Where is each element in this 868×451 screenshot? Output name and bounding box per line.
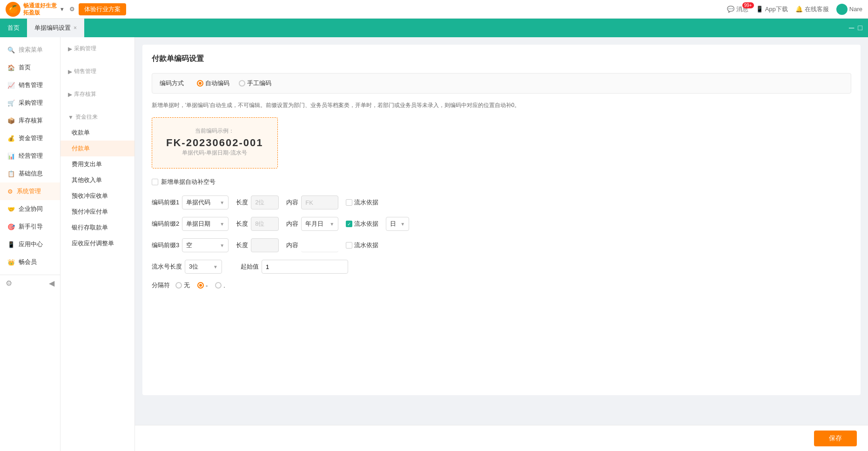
online-service[interactable]: 🔔 在线客服 bbox=[795, 5, 829, 13]
topbar-nav: ▾ ⚙ bbox=[61, 6, 75, 13]
trial-button[interactable]: 体验行业方案 bbox=[79, 3, 126, 15]
prefix1-stream-label: 流水依据 bbox=[354, 198, 378, 207]
auto-encoding-option[interactable]: 自动编码 bbox=[197, 79, 229, 88]
app-download[interactable]: 📱 App下载 bbox=[756, 5, 788, 13]
sales-arrow-icon: ▶ bbox=[68, 68, 72, 75]
separator-dash-radio[interactable] bbox=[197, 282, 204, 289]
sub-group-sales-title[interactable]: ▶ 销售管理 bbox=[61, 64, 135, 79]
sub-group-finance-title[interactable]: ▼ 资金往来 bbox=[61, 109, 135, 125]
sidebar-item-purchase[interactable]: 🛒 采购管理 bbox=[0, 94, 60, 112]
sidebar-item-cooperation[interactable]: 🤝 企业协同 bbox=[0, 200, 60, 218]
separator-none-radio[interactable] bbox=[175, 282, 182, 289]
separator-dot-radio[interactable] bbox=[215, 282, 222, 289]
message-icon: 💬 bbox=[727, 6, 734, 13]
maximize-button[interactable]: □ bbox=[858, 24, 862, 32]
minimize-button[interactable]: ─ bbox=[849, 24, 854, 32]
sub-item-other-income[interactable]: 其他收入单 bbox=[61, 172, 135, 188]
purchase-group-label: 采购管理 bbox=[74, 45, 96, 53]
sidebar-item-search[interactable]: 🔍 搜索菜单 bbox=[0, 41, 60, 59]
message-area[interactable]: 💬 消息 99+ bbox=[727, 5, 748, 13]
prefix2-stream-checkbox[interactable]: ✓ bbox=[346, 221, 352, 227]
sidebar-cooperation-label: 企业协同 bbox=[19, 205, 43, 213]
prefix3-length-input bbox=[251, 238, 279, 252]
sub-group-purchase-title[interactable]: ▶ 采购管理 bbox=[61, 41, 135, 56]
sidebar-item-app[interactable]: 📱 应用中心 bbox=[0, 236, 60, 253]
sub-group-inventory-title[interactable]: ▶ 库存核算 bbox=[61, 87, 135, 102]
tab-encoding-label: 单据编码设置 bbox=[34, 24, 71, 32]
sub-item-ar-ap-adjust[interactable]: 应收应付调整单 bbox=[61, 236, 135, 251]
nav-expand-icon[interactable]: ▾ bbox=[61, 6, 64, 13]
user-info[interactable]: Nare bbox=[836, 4, 862, 15]
prefix2-content-select[interactable]: 年月日 ▼ bbox=[301, 217, 338, 231]
sidebar-sales-label: 销售管理 bbox=[19, 81, 43, 89]
manual-encoding-option[interactable]: 手工编码 bbox=[239, 79, 271, 88]
prefix2-stream-area: ✓ 流水依据 bbox=[346, 220, 378, 228]
save-button[interactable]: 保存 bbox=[814, 431, 857, 446]
separator-none-option[interactable]: 无 bbox=[175, 281, 190, 289]
sidebar-settings-icon[interactable]: ⚙ bbox=[6, 279, 12, 288]
sidebar-item-sales[interactable]: 📈 销售管理 bbox=[0, 76, 60, 94]
sub-group-inventory: ▶ 库存核算 bbox=[61, 83, 135, 106]
sidebar-item-home[interactable]: 🏠 首页 bbox=[0, 59, 60, 76]
separator-dot-option[interactable]: . bbox=[215, 282, 225, 289]
auto-fill-checkbox[interactable] bbox=[152, 179, 158, 185]
sub-item-expense[interactable]: 费用支出单 bbox=[61, 156, 135, 172]
start-value-input[interactable] bbox=[262, 260, 348, 274]
inventory-arrow-icon: ▶ bbox=[68, 91, 72, 98]
sidebar-item-operation[interactable]: 📊 经营管理 bbox=[0, 147, 60, 165]
prefix1-length-area: 长度 2位 bbox=[236, 195, 279, 209]
manual-encoding-radio[interactable] bbox=[239, 80, 245, 87]
settings-icon[interactable]: ⚙ bbox=[69, 6, 75, 13]
sidebar: 🔍 搜索菜单 🏠 首页 📈 销售管理 🛒 采购管理 📦 库存核算 💰 资 bbox=[0, 37, 61, 451]
prefix1-stream-checkbox[interactable] bbox=[346, 199, 352, 206]
preview-label: 当前编码示例： bbox=[166, 127, 263, 135]
tab-home[interactable]: 首页 bbox=[0, 19, 27, 37]
prefix2-content-chevron: ▼ bbox=[330, 222, 334, 227]
prefix2-stream-unit-select[interactable]: 日 ▼ bbox=[386, 217, 409, 231]
sidebar-collapse-icon[interactable]: ◀ bbox=[49, 279, 54, 288]
tab-close-icon[interactable]: × bbox=[74, 25, 77, 31]
purchase-arrow-icon: ▶ bbox=[68, 46, 72, 52]
sidebar-bottom: ⚙ ◀ bbox=[0, 275, 60, 291]
sub-item-bank-deposit[interactable]: 银行存取款单 bbox=[61, 220, 135, 236]
prefix1-select[interactable]: 单据代码 ▼ bbox=[182, 195, 229, 209]
separator-dash-option[interactable]: - bbox=[197, 282, 208, 289]
prefix2-select-value: 单据日期 bbox=[186, 220, 210, 228]
prefix2-length-value: 8位 bbox=[255, 220, 264, 228]
prefix3-select[interactable]: 空 ▼ bbox=[182, 238, 229, 252]
prefix2-stream-unit-value: 日 bbox=[390, 220, 396, 228]
sub-group-sales: ▶ 销售管理 bbox=[61, 60, 135, 83]
prefix3-label: 编码前缀3 bbox=[152, 241, 179, 249]
prefix3-stream-area: 流水依据 bbox=[346, 241, 378, 249]
stream-length-select[interactable]: 3位 ▼ bbox=[185, 260, 222, 274]
prefix2-select[interactable]: 单据日期 ▼ bbox=[182, 217, 229, 231]
logo-icon: 🍊 bbox=[6, 2, 20, 17]
auto-encoding-radio[interactable] bbox=[197, 80, 203, 87]
inventory-group-label: 库存核算 bbox=[74, 90, 96, 98]
auto-fill-label: 新增单据自动补空号 bbox=[161, 178, 215, 186]
sub-group-purchase: ▶ 采购管理 bbox=[61, 37, 135, 60]
stream-length-label: 流水号长度 bbox=[152, 263, 182, 271]
sub-item-receipt[interactable]: 收款单 bbox=[61, 125, 135, 141]
prefix1-label: 编码前缀1 bbox=[152, 198, 179, 207]
sub-item-prepay-payment[interactable]: 预付冲应付单 bbox=[61, 204, 135, 220]
prefix1-select-area: 编码前缀1 单据代码 ▼ bbox=[152, 195, 229, 209]
sub-item-payment[interactable]: 付款单 bbox=[61, 141, 135, 156]
sidebar-item-member[interactable]: 👑 畅会员 bbox=[0, 253, 60, 271]
guide-icon: 🎯 bbox=[7, 223, 15, 230]
sidebar-item-finance[interactable]: 💰 资金管理 bbox=[0, 129, 60, 147]
search-icon: 🔍 bbox=[7, 47, 15, 54]
prefix3-length-area: 长度 bbox=[236, 238, 279, 252]
encoding-label: 编码方式 bbox=[160, 79, 184, 88]
sub-sidebar: ▶ 采购管理 ▶ 销售管理 ▶ 库存核算 ▼ 资金往来 收款单 付款单 费用支出… bbox=[61, 37, 135, 451]
topbar-left: 🍊 畅通道好生意 拓盈版 ▾ ⚙ 体验行业方案 bbox=[6, 2, 126, 17]
prefix3-chevron: ▼ bbox=[220, 243, 224, 248]
sidebar-item-basic[interactable]: 📋 基础信息 bbox=[0, 165, 60, 182]
sidebar-item-guide[interactable]: 🎯 新手引导 bbox=[0, 218, 60, 236]
tab-encoding[interactable]: 单据编码设置 × bbox=[27, 19, 84, 37]
sidebar-item-system[interactable]: ⚙ 系统管理 bbox=[0, 182, 60, 200]
prefix3-content-area: 内容 bbox=[286, 238, 338, 252]
sidebar-item-inventory[interactable]: 📦 库存核算 bbox=[0, 112, 60, 129]
prefix3-stream-checkbox[interactable] bbox=[346, 242, 352, 249]
sub-item-prepay-receipt[interactable]: 预收冲应收单 bbox=[61, 188, 135, 204]
